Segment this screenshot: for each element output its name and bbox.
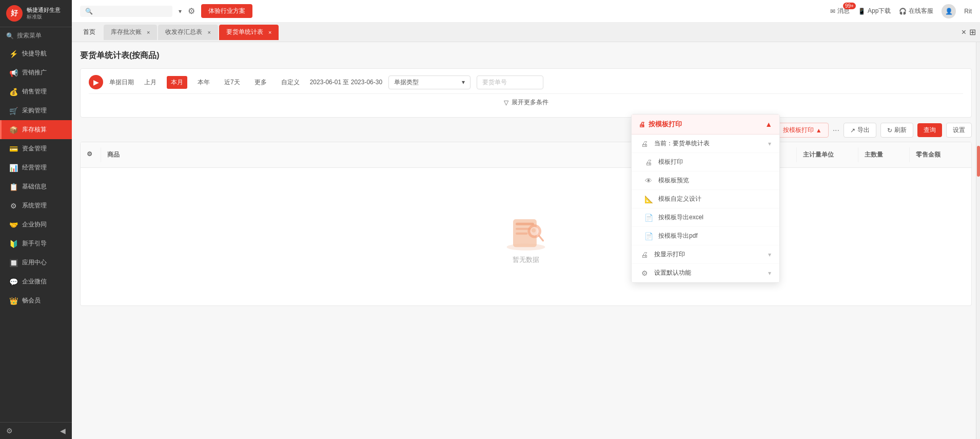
settings-gear-icon[interactable]: ⚙ [6, 427, 13, 435]
sidebar-item-label: 采购管理 [22, 106, 47, 115]
dropdown-template-preview[interactable]: 👁 模板板预览 [632, 171, 779, 190]
dropdown-template-print[interactable]: 🖨 模板打印 [632, 153, 779, 171]
date-range-display: 2023-06-01 至 2023-06-30 [310, 78, 382, 87]
window-close-btn[interactable]: × [962, 27, 966, 37]
date-btn-this-year[interactable]: 本年 [193, 76, 214, 89]
date-btn-more[interactable]: 更多 [250, 76, 271, 89]
svg-rect-2 [516, 223, 534, 225]
finance-icon: 💳 [9, 145, 18, 153]
sidebar-search[interactable]: 🔍 搜索菜单 [0, 27, 72, 44]
date-filter-label: 单据日期 [109, 78, 134, 87]
refresh-btn[interactable]: ↻ 刷新 [880, 123, 913, 138]
sidebar-item-finance[interactable]: 💳 资金管理 [0, 139, 72, 158]
topbar-right: ✉ 消息 99+ 📱 App下载 🎧 在线客服 👤 Rit [830, 4, 972, 18]
main-area: 🔍 ▾ ⚙ 体验行业方案 ✉ 消息 99+ 📱 App下载 🎧 在线客服 � [72, 0, 980, 439]
sidebar-item-enterprise[interactable]: 🤝 企业协同 [0, 215, 72, 234]
expand-more-btn[interactable]: ▽ 展开更多条件 [89, 93, 963, 111]
dropdown-template-excel[interactable]: 📄 按模板导出excel [632, 208, 779, 227]
display-print-icon: 🖨 [640, 251, 649, 259]
topbar-search-area[interactable]: 🔍 [80, 6, 172, 17]
dropdown-template-pdf[interactable]: 📄 按模板导出pdf [632, 227, 779, 245]
tab-order-stats[interactable]: 要货单统计表 × [219, 25, 279, 40]
user-avatar[interactable]: 👤 [942, 4, 956, 18]
guide-icon: 🔰 [9, 240, 18, 248]
messages-btn[interactable]: ✉ 消息 99+ [830, 7, 850, 15]
tab-close-receipt[interactable]: × [207, 29, 210, 35]
template-print-icon: 🖨 [644, 158, 653, 166]
app-logo-icon: 好 [6, 5, 23, 22]
tab-home[interactable]: 首页 [76, 25, 103, 40]
sidebar-item-guide[interactable]: 🔰 新手引导 [0, 234, 72, 253]
search-icon: 🔍 [6, 32, 14, 40]
sidebar-item-label: 系统管理 [22, 201, 47, 210]
sidebar-logo: 好 畅捷通好生意 标准版 [0, 0, 72, 27]
scrollbar-thumb[interactable] [977, 146, 980, 177]
sidebar-item-wechat[interactable]: 💬 企业微信 [0, 272, 72, 291]
sidebar-item-inventory[interactable]: 📦 库存核算 [0, 120, 72, 139]
sidebar-item-sales[interactable]: 💰 销售管理 [0, 82, 72, 101]
sidebar-item-apps[interactable]: 🔲 应用中心 [0, 253, 72, 272]
filter-expand-btn[interactable]: ▶ [89, 75, 103, 89]
sidebar-item-purchase[interactable]: 🛒 采购管理 [0, 101, 72, 120]
table-empty-state: 暂无数据 [81, 168, 971, 306]
collapse-icon[interactable]: ◀ [60, 427, 66, 435]
col-settings[interactable]: ⚙ [81, 147, 101, 162]
tab-close-batch[interactable]: × [147, 29, 150, 35]
sidebar-item-marketing[interactable]: 📢 营销推广 [0, 63, 72, 82]
online-service-btn[interactable]: 🎧 在线客服 [899, 7, 933, 15]
dropdown-current-item[interactable]: 🖨 当前：要货单统计表 ▾ [632, 135, 779, 153]
export-btn[interactable]: ↗ 导出 [844, 123, 876, 138]
tab-batch-account[interactable]: 库存批次账 × [104, 25, 157, 40]
sidebar-item-operations[interactable]: 📊 经营管理 [0, 158, 72, 177]
headset-icon: 🎧 [899, 8, 907, 15]
system-icon: ⚙ [9, 202, 18, 210]
print-dropdown-popup: 🖨 按模板打印 ▲ 🖨 当前：要货单统计表 ▾ 🖨 模板打印 👁 模板板预览 [631, 114, 780, 283]
order-num-input[interactable]: 要货单号 [477, 75, 543, 89]
settings-btn[interactable]: 设置 [946, 123, 972, 138]
dropdown-default-function[interactable]: ⚙ 设置默认功能 ▾ [632, 264, 779, 282]
select-chevron-icon: ▾ [462, 79, 465, 86]
default-function-label: 设置默认功能 [654, 269, 691, 277]
user-name: Rit [964, 8, 972, 15]
tab-batch-account-label: 库存批次账 [111, 28, 142, 36]
sidebar-item-quick-nav[interactable]: ⚡ 快捷导航 [0, 44, 72, 63]
home-label: 首页 [83, 28, 95, 36]
query-btn[interactable]: 查询 [917, 123, 942, 137]
date-btn-this-month[interactable]: 本月 [167, 76, 187, 89]
default-function-arrow-icon: ▾ [768, 270, 771, 277]
tab-close-order[interactable]: × [268, 29, 271, 35]
date-btn-7days[interactable]: 近7天 [220, 76, 244, 89]
dropdown-display-print[interactable]: 🖨 按显示打印 ▾ [632, 245, 779, 264]
tabs-bar: 首页 库存批次账 × 收发存汇总表 × 要货单统计表 × × ⊞ [72, 23, 980, 42]
topbar-search-icon: 🔍 [85, 8, 93, 15]
template-excel-label: 按模板导出excel [658, 213, 703, 222]
app-logo-text: 畅捷通好生意 标准版 [27, 6, 61, 21]
window-expand-btn[interactable]: ⊞ [969, 27, 976, 37]
dropdown-up-chevron-icon[interactable]: ▲ [765, 120, 772, 128]
purchase-icon: 🛒 [9, 107, 18, 115]
order-type-select[interactable]: 单据类型 ▾ [388, 75, 471, 89]
topbar-settings-icon[interactable]: ⚙ [188, 6, 195, 16]
sidebar-item-label: 基础信息 [22, 182, 47, 191]
order-type-label: 单据类型 [394, 78, 419, 87]
quick-nav-icon: ⚡ [9, 50, 18, 58]
dropdown-template-custom[interactable]: 📐 模板自定义设计 [632, 190, 779, 208]
current-item-icon: 🖨 [640, 140, 649, 148]
sidebar-item-system[interactable]: ⚙ 系统管理 [0, 196, 72, 215]
template-custom-icon: 📐 [644, 195, 653, 203]
trial-btn[interactable]: 体验行业方案 [201, 4, 252, 18]
sidebar-nav: ⚡ 快捷导航 📢 营销推广 💰 销售管理 🛒 采购管理 📦 库存核算 💳 资金管… [0, 44, 72, 422]
app-download-btn[interactable]: 📱 App下载 [858, 7, 891, 15]
template-pdf-icon: 📄 [644, 232, 653, 240]
tab-receipt-summary[interactable]: 收发存汇总表 × [158, 25, 218, 40]
sidebar-item-label: 新手引导 [22, 239, 47, 248]
topbar-dropdown[interactable]: ▾ [179, 8, 182, 15]
refresh-icon: ↻ [887, 127, 892, 134]
right-scrollbar[interactable] [976, 42, 980, 439]
sidebar-item-basic[interactable]: 📋 基础信息 [0, 177, 72, 196]
more-options-btn[interactable]: ··· [833, 126, 839, 135]
sidebar-item-member[interactable]: 👑 畅会员 [0, 291, 72, 310]
date-btn-custom[interactable]: 自定义 [277, 76, 304, 89]
svg-line-7 [539, 236, 543, 241]
date-btn-last-month[interactable]: 上月 [140, 76, 161, 89]
